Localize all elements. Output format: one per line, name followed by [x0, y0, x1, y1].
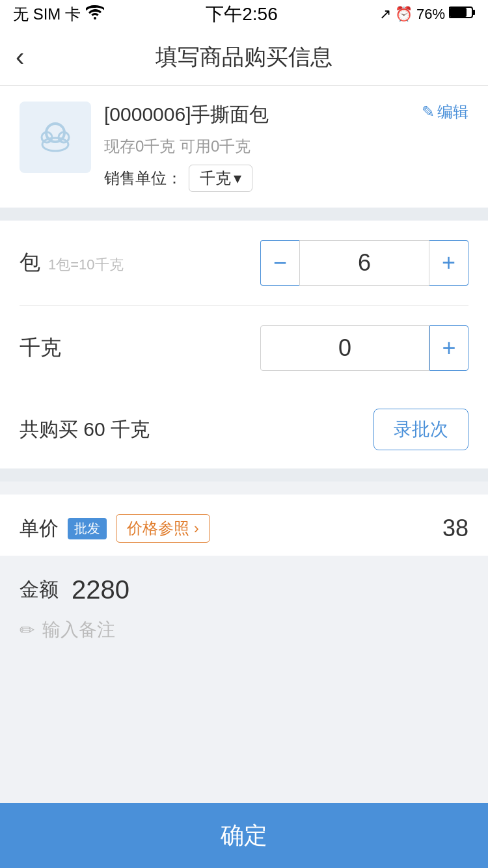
price-label: 单价: [20, 515, 59, 542]
product-card: [0000006]手撕面包 现存0千克 可用0千克 销售单位： 千克 ▾ ✎ 编…: [0, 86, 488, 208]
product-name: [0000006]手撕面包: [104, 102, 409, 128]
summary-text: 共购买 60 千克: [20, 416, 150, 443]
unit-label: 销售单位：: [104, 168, 182, 189]
note-row[interactable]: ✏ 输入备注: [20, 617, 468, 642]
summary-section: 共购买 60 千克 录批次: [0, 390, 488, 468]
product-stock: 现存0千克 可用0千克: [104, 136, 409, 157]
sim-label: 无 SIM 卡: [13, 4, 81, 25]
bag-quantity-control: − +: [260, 240, 468, 286]
svg-point-6: [42, 138, 68, 151]
product-info: [0000006]手撕面包 现存0千克 可用0千克 销售单位： 千克 ▾: [104, 102, 409, 192]
price-section: 单价 批发 价格参照 › 38: [0, 495, 488, 556]
price-left: 单价 批发 价格参照 ›: [20, 514, 210, 543]
kg-label: 千克: [20, 334, 61, 362]
bag-hint: 1包=10千克: [48, 255, 124, 275]
battery-label: 76%: [416, 6, 445, 23]
back-button[interactable]: ‹: [16, 42, 24, 72]
status-bar-left: 无 SIM 卡: [13, 4, 104, 25]
product-thumbnail: [20, 102, 91, 173]
kg-quantity-input[interactable]: [260, 325, 429, 371]
amount-label: 金额: [20, 576, 59, 603]
note-placeholder: 输入备注: [42, 617, 115, 642]
price-row: 单价 批发 价格参照 › 38: [20, 514, 468, 543]
bag-quantity-input[interactable]: [299, 240, 429, 286]
status-bar: 无 SIM 卡 下午2:56 ↗ ⏰ 76%: [0, 0, 488, 29]
amount-section: 金额 2280 ✏ 输入备注: [0, 556, 488, 649]
kg-input-row: 千克 +: [20, 306, 468, 390]
edit-icon: ✎: [422, 103, 435, 121]
amount-row: 金额 2280: [20, 575, 468, 604]
page-title: 填写商品购买信息: [156, 42, 332, 72]
summary-amount: 60: [83, 418, 111, 440]
bag-increase-button[interactable]: +: [429, 240, 468, 286]
price-value: 38: [442, 515, 468, 542]
svg-rect-1: [472, 10, 475, 15]
battery-icon: [449, 6, 475, 23]
amount-value: 2280: [72, 575, 129, 604]
bag-label: 包 1包=10千克: [20, 249, 124, 277]
wifi-icon: [86, 5, 104, 23]
bag-decrease-button[interactable]: −: [260, 240, 299, 286]
nav-bar: ‹ 填写商品购买信息: [0, 29, 488, 86]
product-card-actions: ✎ 编辑: [422, 102, 468, 122]
kg-quantity-control: +: [260, 325, 468, 371]
wholesale-tag: 批发: [68, 518, 107, 539]
location-icon: ↗: [379, 6, 391, 23]
edit-button[interactable]: ✎ 编辑: [422, 102, 468, 122]
status-bar-right: ↗ ⏰ 76%: [379, 6, 475, 23]
svg-rect-2: [450, 8, 467, 17]
chevron-down-icon: ▾: [234, 169, 241, 187]
kg-increase-button[interactable]: +: [429, 325, 468, 371]
section-divider-1: [0, 208, 488, 221]
status-bar-time: 下午2:56: [206, 2, 278, 27]
bag-input-row: 包 1包=10千克 − +: [20, 221, 468, 306]
alarm-icon: ⏰: [395, 6, 413, 23]
batch-button[interactable]: 录批次: [373, 409, 468, 450]
section-divider-2: [0, 468, 488, 481]
unit-select[interactable]: 千克 ▾: [189, 165, 252, 192]
product-unit-row: 销售单位： 千克 ▾: [104, 165, 409, 192]
input-section: 包 1包=10千克 − + 千克 +: [0, 221, 488, 390]
price-reference-button[interactable]: 价格参照 ›: [116, 514, 210, 543]
confirm-button[interactable]: 确定: [0, 803, 488, 868]
note-icon: ✏: [20, 619, 34, 641]
